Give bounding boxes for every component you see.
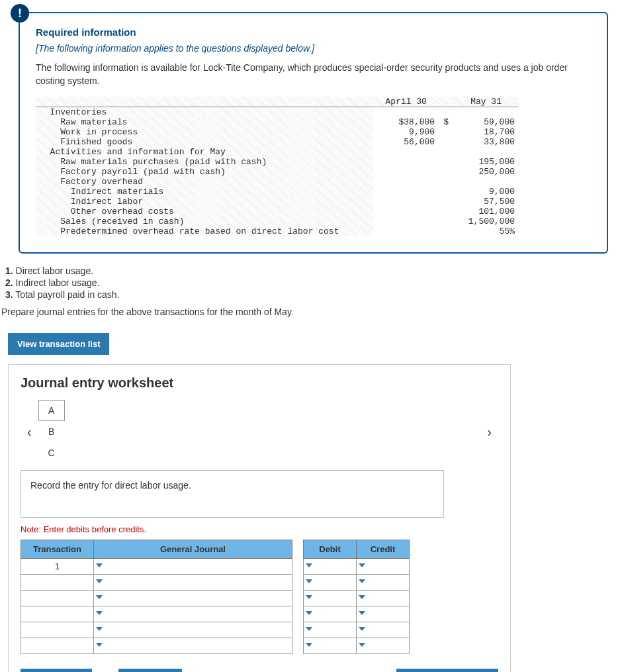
table-row-label: Indirect materials bbox=[36, 187, 373, 197]
account-select[interactable] bbox=[94, 606, 292, 622]
table-row-label: Factory overhead bbox=[36, 177, 373, 187]
debit-input[interactable] bbox=[304, 638, 357, 654]
account-select[interactable] bbox=[94, 591, 292, 606]
clear-entry-button[interactable]: Clear entry bbox=[118, 669, 182, 672]
col-debit: Debit bbox=[304, 540, 357, 559]
account-select[interactable] bbox=[94, 622, 292, 638]
table-row-label: Activities and information for May bbox=[36, 147, 373, 157]
journal-entry-worksheet: Journal entry worksheet ‹ ABC › Record t… bbox=[8, 364, 511, 672]
info-body: The following information is available f… bbox=[36, 62, 591, 87]
table-row-label: Sales (received in cash) bbox=[36, 216, 373, 226]
chevron-right-icon[interactable]: › bbox=[480, 424, 498, 440]
credit-input[interactable] bbox=[357, 591, 410, 606]
col-credit: Credit bbox=[357, 540, 410, 559]
info-applies-note: [The following information applies to th… bbox=[36, 43, 591, 54]
journal-entry-table: Transaction General Journal Debit Credit… bbox=[21, 540, 410, 654]
worksheet-tabs: ‹ ABC › bbox=[21, 400, 498, 463]
debit-input[interactable] bbox=[304, 575, 357, 591]
table-row-label: Finished goods bbox=[36, 137, 373, 147]
required-info-heading: Required information bbox=[36, 26, 591, 38]
table-row-label: Indirect labor bbox=[36, 197, 373, 207]
col-general-journal: General Journal bbox=[94, 540, 292, 559]
table-row-label: Work in process bbox=[36, 127, 373, 137]
record-entry-button[interactable]: Record entry bbox=[21, 669, 92, 672]
debit-input[interactable] bbox=[304, 622, 357, 638]
col-april30: April 30 bbox=[373, 97, 439, 107]
col-transaction: Transaction bbox=[21, 540, 94, 559]
inventory-table: April 30 May 31 Inventories Raw material… bbox=[36, 97, 519, 236]
credit-input[interactable] bbox=[357, 606, 410, 622]
chevron-left-icon[interactable]: ‹ bbox=[21, 424, 38, 440]
entry-instruction: Record the entry for direct labor usage. bbox=[21, 470, 444, 518]
table-row-label: Predetermined overhead rate based on dir… bbox=[36, 226, 373, 236]
list-item: 3. Total payroll paid in cash. bbox=[5, 289, 620, 300]
worksheet-title: Journal entry worksheet bbox=[21, 375, 498, 391]
list-item: 1. Direct labor usage. bbox=[5, 265, 620, 276]
table-row-label: Other overhead costs bbox=[36, 207, 373, 216]
account-select[interactable] bbox=[94, 559, 292, 575]
prepare-instruction: Prepare journal entries for the above tr… bbox=[1, 307, 620, 317]
credit-input[interactable] bbox=[357, 559, 410, 575]
debits-before-credits-note: Note: Enter debits before credits. bbox=[21, 524, 498, 534]
list-item: 2. Indirect labor usage. bbox=[5, 277, 620, 288]
required-info-panel: ! Required information [The following in… bbox=[19, 12, 608, 254]
tab-a[interactable]: A bbox=[38, 400, 65, 421]
debit-input[interactable] bbox=[304, 559, 357, 575]
tab-b[interactable]: B bbox=[38, 421, 65, 442]
table-row-label: Raw materials bbox=[36, 117, 373, 127]
credit-input[interactable] bbox=[357, 575, 410, 591]
table-row-label: Raw materials purchases (paid with cash) bbox=[36, 157, 373, 167]
credit-input[interactable] bbox=[357, 638, 410, 654]
view-general-journal-button[interactable]: View general journal bbox=[396, 669, 498, 672]
account-select[interactable] bbox=[94, 575, 292, 591]
account-select[interactable] bbox=[94, 638, 292, 654]
alert-badge-icon: ! bbox=[11, 4, 29, 23]
debit-input[interactable] bbox=[304, 591, 357, 606]
col-may31: May 31 bbox=[453, 97, 519, 107]
question-list: 1. Direct labor usage.2. Indirect labor … bbox=[5, 265, 620, 300]
tab-c[interactable]: C bbox=[38, 442, 65, 463]
credit-input[interactable] bbox=[357, 622, 410, 638]
table-row-label: Inventories bbox=[36, 107, 373, 118]
view-transaction-list-button[interactable]: View transaction list bbox=[8, 333, 109, 355]
table-row-label: Factory payroll (paid with cash) bbox=[36, 167, 373, 177]
transaction-number-cell: 1 bbox=[21, 559, 94, 575]
debit-input[interactable] bbox=[304, 606, 357, 622]
